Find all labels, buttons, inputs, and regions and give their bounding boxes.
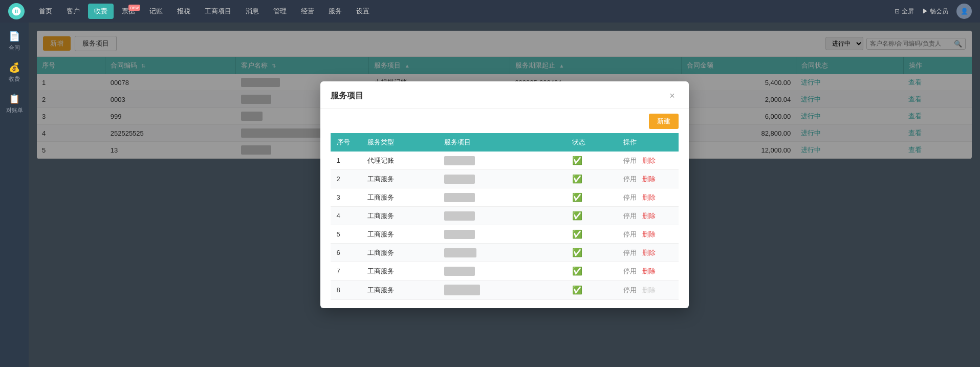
sidebar-item-fee[interactable]: 💰 收费 (2, 58, 27, 87)
status-check-icon: ✅ (572, 211, 582, 220)
modal-title: 服务项目 (331, 91, 363, 101)
top-nav-right: ⊡ 全屏 ▶ 畅会员 👤 (895, 4, 972, 19)
delete-button[interactable]: 删除 (642, 267, 656, 275)
main-content: 新增 服务项目 进行中 已完成 已终止 🔍 (29, 23, 980, 367)
stop-button[interactable]: 停用 (623, 212, 637, 220)
scell-item: ██████ (438, 244, 566, 262)
nav-tax[interactable]: 报税 (171, 4, 197, 19)
delete-button[interactable]: 删除 (642, 175, 656, 183)
nav-home[interactable]: 首页 (33, 4, 58, 19)
nav-message[interactable]: 消息 (239, 4, 265, 19)
scell-action[interactable]: 停用 删除 (617, 244, 679, 262)
stop-button[interactable]: 停用 (623, 193, 637, 201)
member-btn[interactable]: ▶ 畅会员 (922, 7, 948, 16)
nav-settings[interactable]: 设置 (350, 4, 376, 19)
delete-button[interactable]: 删除 (642, 249, 656, 256)
contract-icon: 📄 (9, 31, 20, 42)
sth-seq: 序号 (331, 133, 361, 152)
nav-client[interactable]: 客户 (60, 4, 86, 19)
sth-item: 服务项目 (438, 133, 566, 152)
sidebar-label-fee: 收费 (9, 75, 20, 83)
service-table-row: 5 工商服务 ████ ✅ 停用 删除 (331, 225, 679, 244)
scell-item: ████注册 (438, 280, 566, 300)
scell-action[interactable]: 停用 删除 (617, 262, 679, 280)
scell-seq: 1 (331, 152, 361, 170)
scell-status: ✅ (566, 207, 617, 225)
scell-type: 工商服务 (361, 225, 438, 244)
nav-bookkeeping[interactable]: 记账 (143, 4, 169, 19)
sth-type: 服务类型 (361, 133, 438, 152)
scell-action[interactable]: 停用 删除 (617, 225, 679, 244)
stop-button[interactable]: 停用 (623, 157, 637, 164)
scell-action[interactable]: 停用 删除 (617, 280, 679, 300)
sth-status: 状态 (566, 133, 617, 152)
scell-status: ✅ (566, 280, 617, 300)
stop-button[interactable]: 停用 (623, 230, 637, 238)
modal-toolbar: 新建 (320, 109, 689, 133)
service-table-row: 3 工商服务 ████ ✅ 停用 删除 (331, 188, 679, 207)
scell-action[interactable]: 停用 删除 (617, 207, 679, 225)
status-check-icon: ✅ (572, 230, 582, 239)
delete-button[interactable]: 删除 (642, 193, 656, 201)
sidebar-item-statement[interactable]: 📋 对账单 (2, 89, 27, 118)
service-table-row: 7 工商服务 ████ ✅ 停用 删除 (331, 262, 679, 280)
scell-seq: 6 (331, 244, 361, 262)
fee-icon: 💰 (9, 62, 20, 73)
modal-close-button[interactable]: × (666, 90, 679, 102)
scell-status: ✅ (566, 188, 617, 207)
scell-item: ████ (438, 188, 566, 207)
scell-status: ✅ (566, 152, 617, 170)
scell-item: ████ (438, 262, 566, 280)
scell-item: ████1 (438, 152, 566, 170)
status-check-icon: ✅ (572, 267, 582, 275)
scell-action[interactable]: 停用 删除 (617, 170, 679, 188)
service-table-row: 6 工商服务 ██████ ✅ 停用 删除 (331, 244, 679, 262)
scell-item: ████ (438, 225, 566, 244)
nav-invoice[interactable]: 票据 new (116, 4, 141, 19)
scell-item: ████ (438, 207, 566, 225)
scell-status: ✅ (566, 225, 617, 244)
status-check-icon: ✅ (572, 156, 582, 165)
scell-status: ✅ (566, 244, 617, 262)
scell-item: ████ (438, 170, 566, 188)
service-table-row: 1 代理记账 ████1 ✅ 停用 删除 (331, 152, 679, 170)
scell-type: 工商服务 (361, 207, 438, 225)
scell-action[interactable]: 停用 删除 (617, 188, 679, 207)
avatar[interactable]: 👤 (956, 4, 972, 19)
scell-type: 工商服务 (361, 188, 438, 207)
stop-button[interactable]: 停用 (623, 267, 637, 275)
delete-button[interactable]: 删除 (642, 230, 656, 238)
stop-button[interactable]: 停用 (623, 175, 637, 183)
service-modal: 服务项目 × 新建 序号 服务类型 服务项目 状态 (320, 81, 689, 308)
nav-manage[interactable]: 管理 (267, 4, 293, 19)
status-check-icon: ✅ (572, 286, 582, 294)
stop-button[interactable]: 停用 (623, 249, 637, 256)
fullscreen-btn[interactable]: ⊡ 全屏 (895, 7, 913, 16)
modal-body[interactable]: 序号 服务类型 服务项目 状态 操作 1 代理记账 ████1 ✅ 停用 删除 … (320, 133, 689, 308)
service-table-row: 4 工商服务 ████ ✅ 停用 删除 (331, 207, 679, 225)
nav-fee[interactable]: 收费 (88, 4, 114, 19)
sidebar-item-contract[interactable]: 📄 合同 (2, 27, 27, 56)
delete-button[interactable]: 删除 (642, 212, 656, 220)
delete-button[interactable]: 删除 (642, 157, 656, 164)
logo[interactable] (8, 3, 25, 19)
sidebar-label-statement: 对账单 (6, 106, 23, 114)
scell-seq: 8 (331, 280, 361, 300)
delete-button[interactable]: 删除 (642, 286, 656, 294)
scell-type: 工商服务 (361, 170, 438, 188)
nav-industrial[interactable]: 工商项目 (199, 4, 237, 19)
nav-operation[interactable]: 经营 (295, 4, 320, 19)
scell-seq: 4 (331, 207, 361, 225)
layout: 📄 合同 💰 收费 📋 对账单 新增 服务项目 进行中 已完成 已终止 (0, 23, 980, 367)
scell-status: ✅ (566, 262, 617, 280)
scell-type: 工商服务 (361, 262, 438, 280)
scell-seq: 5 (331, 225, 361, 244)
new-service-button[interactable]: 新建 (649, 114, 679, 129)
modal-header: 服务项目 × (320, 81, 689, 109)
stop-button[interactable]: 停用 (623, 286, 637, 294)
scell-action[interactable]: 停用 删除 (617, 152, 679, 170)
scell-type: 工商服务 (361, 280, 438, 300)
top-nav: 首页 客户 收费 票据 new 记账 报税 工商项目 消息 管理 经营 服务 设… (0, 0, 980, 23)
nav-service[interactable]: 服务 (322, 4, 348, 19)
service-table-row: 2 工商服务 ████ ✅ 停用 删除 (331, 170, 679, 188)
